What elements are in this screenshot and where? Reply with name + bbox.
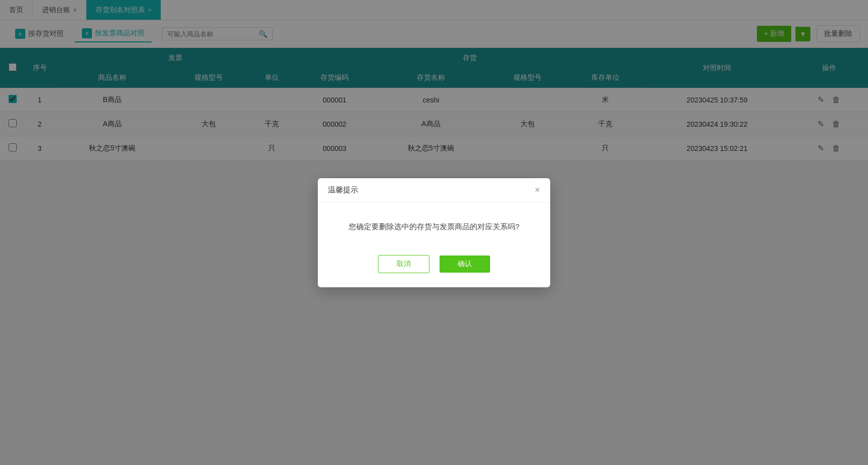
dialog-overlay: 温馨提示 × 您确定要删除选中的存货与发票商品的对应关系吗? 取消 确认 <box>0 0 868 161</box>
